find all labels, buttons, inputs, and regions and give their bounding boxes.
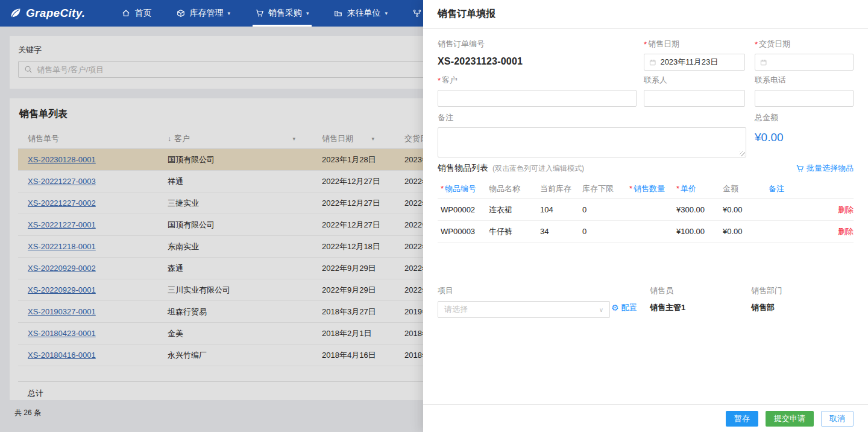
nav-item-label: 库存管理 — [189, 8, 223, 19]
nav-item-partners[interactable]: 来往单位 ▾ — [321, 0, 400, 27]
items-table: * 物品编号 物品名称 当前库存 库存下限 * 销售数量 * 单价 金额 备注 … — [438, 179, 854, 243]
required-asterisk: * — [441, 184, 444, 193]
delivery-date-label: * 交货日期 — [755, 39, 854, 49]
project-config-link[interactable]: ⚙ 配置 — [611, 302, 637, 313]
item-amount-cell: ¥0.00 — [723, 205, 769, 214]
customer-input[interactable] — [443, 94, 631, 103]
drawer-header: 销售订单填报 — [423, 0, 868, 29]
order-no-value: XS-20231123-0001 — [438, 56, 637, 67]
item-name-cell: 连衣裙 — [489, 205, 540, 215]
contact-field: 联系人 — [644, 75, 745, 107]
customer-field: * 客户 — [438, 75, 637, 107]
delete-item-link[interactable]: 删除 — [827, 226, 854, 237]
nav-item-label: 销售采购 — [268, 8, 302, 19]
items-section-header: 销售物品列表 (双击蓝色列可进入编辑模式) 批量选择物品 — [438, 163, 854, 174]
required-asterisk: * — [755, 40, 758, 49]
chevron-down-icon: ▾ — [385, 10, 388, 16]
item-col-stock: 当前库存 — [540, 183, 582, 194]
sale-date-input-wrapper — [644, 54, 745, 71]
cancel-button[interactable]: 取消 — [821, 411, 854, 427]
delivery-date-input-wrapper — [755, 54, 854, 71]
item-price-cell[interactable]: ¥100.00 — [676, 227, 723, 236]
item-amount-cell: ¥0.00 — [723, 227, 769, 236]
phone-label: 联系电话 — [755, 75, 854, 86]
remark-field: 备注 — [438, 112, 637, 157]
nav-item-label: 来往单位 — [347, 8, 380, 19]
delete-item-link[interactable]: 删除 — [827, 205, 854, 215]
customer-input-wrapper — [438, 90, 637, 107]
cart-icon — [796, 165, 804, 173]
contact-label: 联系人 — [644, 75, 745, 86]
items-hint: (双击蓝色列可进入编辑模式) — [492, 164, 584, 174]
delivery-date-field: * 交货日期 — [755, 39, 854, 71]
required-asterisk: * — [438, 76, 441, 85]
calendar-icon — [760, 59, 767, 66]
order-no-label: 销售订单编号 — [438, 39, 637, 49]
salesperson-label: 销售员 — [650, 285, 685, 296]
item-code-cell[interactable]: WP00003 — [441, 227, 489, 236]
order-no-field: 销售订单编号 XS-20231123-0001 — [438, 39, 637, 67]
batch-select-items-link[interactable]: 批量选择物品 — [796, 163, 854, 174]
brand-logo[interactable]: GrapeCity. — [10, 7, 85, 20]
nav-item-label: 首页 — [134, 8, 151, 19]
save-draft-button[interactable]: 暂存 — [726, 411, 758, 427]
inventory-box-icon — [177, 9, 185, 17]
total-amount-value: ¥0.00 — [755, 131, 854, 144]
remark-textarea-wrapper — [438, 127, 746, 157]
phone-input[interactable] — [760, 94, 848, 103]
project-label: 项目 — [438, 285, 610, 296]
required-asterisk: * — [676, 184, 679, 193]
item-col-amount: 金额 — [723, 183, 769, 194]
item-col-price: * 单价 — [676, 183, 723, 194]
total-amount-field: 总金额 ¥0.00 — [755, 112, 854, 144]
nav-item-sales-purchase[interactable]: 销售采购 ▾ — [243, 0, 322, 27]
item-min-stock-cell: 0 — [582, 227, 629, 236]
department-label: 销售部门 — [751, 285, 782, 296]
required-asterisk: * — [644, 40, 647, 49]
required-asterisk: * — [629, 184, 632, 193]
chevron-down-icon: ▾ — [227, 10, 230, 16]
customer-label: * 客户 — [438, 75, 637, 86]
item-min-stock-cell: 0 — [582, 205, 629, 214]
salesperson-value: 销售主管1 — [650, 302, 685, 313]
item-row[interactable]: WP00003 牛仔裤 34 0 ¥100.00 ¥0.00 删除 — [438, 221, 854, 243]
drawer-footer: 暂存 提交申请 取消 — [423, 404, 868, 432]
order-form-drawer: 销售订单填报 销售订单编号 XS-20231123-0001 * 销售日期 * … — [423, 0, 868, 432]
project-select[interactable]: 请选择 ∨ — [438, 301, 610, 318]
department-field: 销售部门 销售部 — [751, 285, 782, 313]
items-header-row: * 物品编号 物品名称 当前库存 库存下限 * 销售数量 * 单价 金额 备注 — [438, 179, 854, 199]
sale-date-field: * 销售日期 — [644, 39, 745, 71]
sale-date-input[interactable] — [660, 58, 740, 67]
item-code-cell[interactable]: WP00002 — [441, 205, 489, 214]
item-col-name: 物品名称 — [489, 183, 540, 194]
item-price-cell[interactable]: ¥300.00 — [676, 205, 723, 214]
item-col-code: * 物品编号 — [441, 183, 489, 194]
nav-item-home[interactable]: 首页 — [109, 0, 164, 27]
item-name-cell: 牛仔裤 — [489, 226, 540, 237]
home-icon — [122, 9, 130, 17]
workflow-icon — [413, 9, 421, 17]
item-col-qty: * 销售数量 — [629, 183, 676, 194]
calendar-icon — [649, 59, 656, 66]
salesperson-field: 销售员 销售主管1 — [650, 285, 685, 313]
partners-icon — [334, 9, 342, 17]
department-value: 销售部 — [751, 302, 782, 313]
remark-textarea[interactable] — [438, 128, 746, 157]
project-placeholder: 请选择 — [444, 304, 468, 315]
remark-label: 备注 — [438, 112, 637, 123]
phone-field: 联系电话 — [755, 75, 854, 107]
gear-icon: ⚙ — [611, 303, 619, 313]
sale-date-label: * 销售日期 — [644, 39, 745, 49]
project-field: 项目 请选择 ∨ — [438, 285, 610, 318]
brand-name: GrapeCity. — [26, 7, 85, 20]
nav-item-inventory[interactable]: 库存管理 ▾ — [164, 0, 243, 27]
contact-input-wrapper — [644, 90, 745, 107]
phone-input-wrapper — [755, 90, 854, 107]
delivery-date-input[interactable] — [771, 58, 848, 67]
item-col-remark: 备注 — [769, 183, 827, 194]
items-title: 销售物品列表 — [438, 163, 488, 174]
item-row[interactable]: WP00002 连衣裙 104 0 ¥300.00 ¥0.00 删除 — [438, 199, 854, 221]
submit-button[interactable]: 提交申请 — [766, 411, 814, 427]
chevron-down-icon: ▾ — [306, 10, 309, 16]
contact-input[interactable] — [649, 94, 740, 103]
